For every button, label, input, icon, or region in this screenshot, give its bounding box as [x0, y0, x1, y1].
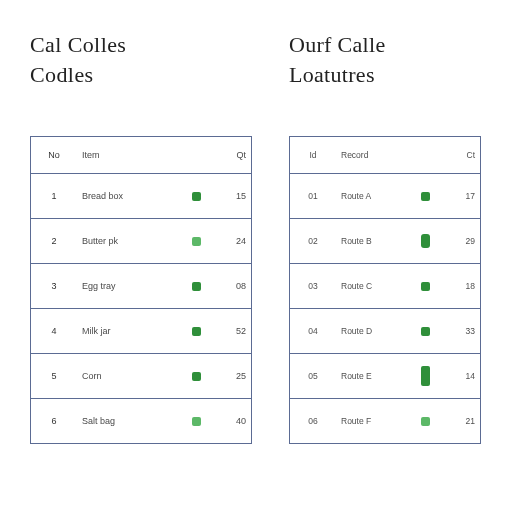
status-icon [416, 264, 434, 308]
table-row: 1 Bread box 15 [31, 173, 251, 218]
page: Cal Colles Codles No Item Qt 1 Bread box… [0, 0, 512, 444]
cell-b: Corn [77, 354, 187, 398]
cell-a: 4 [31, 309, 77, 353]
status-icon [416, 354, 434, 398]
table-row: 2 Butter pk 24 [31, 218, 251, 263]
table-row: 05 Route E 14 [290, 353, 480, 398]
cell-c: 24 [205, 219, 251, 263]
right-title: Ourf Calle Loatutres [289, 30, 490, 108]
left-table: No Item Qt 1 Bread box 15 2 Butter pk 24… [30, 136, 252, 444]
cell-a: 1 [31, 174, 77, 218]
cell-a: 2 [31, 219, 77, 263]
col-b: Record [336, 137, 416, 173]
cell-c: 08 [205, 264, 251, 308]
cell-c: 40 [205, 399, 251, 443]
cell-b: Route B [336, 219, 416, 263]
col-b: Item [77, 137, 187, 173]
table-row: 5 Corn 25 [31, 353, 251, 398]
cell-c: 29 [434, 219, 480, 263]
table-row: 03 Route C 18 [290, 263, 480, 308]
status-icon [187, 399, 205, 443]
status-icon [187, 354, 205, 398]
cell-a: 03 [290, 264, 336, 308]
table-row: 01 Route A 17 [290, 173, 480, 218]
cell-a: 06 [290, 399, 336, 443]
table-row: 02 Route B 29 [290, 218, 480, 263]
col-c: Ct [434, 137, 480, 173]
col-icon [416, 137, 434, 173]
col-icon [187, 137, 205, 173]
right-title-line1: Ourf Calle [289, 30, 490, 60]
cell-b: Route F [336, 399, 416, 443]
status-icon [187, 264, 205, 308]
cell-b: Route D [336, 309, 416, 353]
table-row: 3 Egg tray 08 [31, 263, 251, 308]
col-c: Qt [205, 137, 251, 173]
cell-b: Butter pk [77, 219, 187, 263]
cell-a: 05 [290, 354, 336, 398]
cell-a: 6 [31, 399, 77, 443]
table-header: No Item Qt [31, 137, 251, 173]
cell-b: Route A [336, 174, 416, 218]
left-title-line2: Codles [30, 60, 231, 90]
cell-c: 52 [205, 309, 251, 353]
right-title-line2: Loatutres [289, 60, 490, 90]
status-icon [187, 219, 205, 263]
cell-b: Salt bag [77, 399, 187, 443]
right-table: Id Record Ct 01 Route A 17 02 Route B 29… [289, 136, 481, 444]
cell-b: Bread box [77, 174, 187, 218]
left-column: Cal Colles Codles No Item Qt 1 Bread box… [30, 30, 231, 444]
table-row: 6 Salt bag 40 [31, 398, 251, 443]
cell-a: 5 [31, 354, 77, 398]
cell-a: 01 [290, 174, 336, 218]
col-a: Id [290, 137, 336, 173]
table-row: 04 Route D 33 [290, 308, 480, 353]
cell-c: 14 [434, 354, 480, 398]
cell-b: Egg tray [77, 264, 187, 308]
status-icon [416, 174, 434, 218]
cell-a: 3 [31, 264, 77, 308]
cell-b: Route C [336, 264, 416, 308]
cell-c: 25 [205, 354, 251, 398]
table-row: 4 Milk jar 52 [31, 308, 251, 353]
right-column: Ourf Calle Loatutres Id Record Ct 01 Rou… [289, 30, 490, 444]
cell-b: Route E [336, 354, 416, 398]
status-icon [187, 309, 205, 353]
status-icon [187, 174, 205, 218]
cell-a: 02 [290, 219, 336, 263]
status-icon [416, 219, 434, 263]
cell-a: 04 [290, 309, 336, 353]
cell-c: 21 [434, 399, 480, 443]
status-icon [416, 309, 434, 353]
cell-c: 18 [434, 264, 480, 308]
cell-c: 17 [434, 174, 480, 218]
cell-b: Milk jar [77, 309, 187, 353]
status-icon [416, 399, 434, 443]
cell-c: 33 [434, 309, 480, 353]
left-title-line1: Cal Colles [30, 30, 231, 60]
left-title: Cal Colles Codles [30, 30, 231, 108]
col-a: No [31, 137, 77, 173]
cell-c: 15 [205, 174, 251, 218]
table-header: Id Record Ct [290, 137, 480, 173]
table-row: 06 Route F 21 [290, 398, 480, 443]
